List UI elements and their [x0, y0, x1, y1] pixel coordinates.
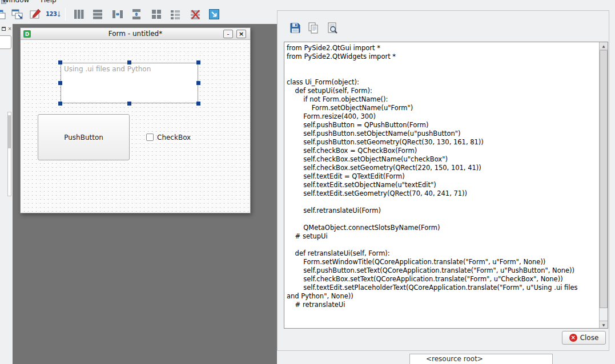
lay-out-vertically-icon[interactable] [90, 6, 105, 22]
widget-box-scrollbar[interactable] [7, 112, 11, 196]
code-line: from PySide2.QtGui import * [287, 44, 599, 52]
resource-root-item[interactable]: <resource root> [426, 355, 483, 363]
qt-designer-screen: Window Help 123 [0, 0, 615, 364]
widget-filter-input[interactable] [0, 35, 11, 49]
form-window-icon: D [23, 30, 31, 38]
resource-browser-panel: <resource root> [409, 354, 553, 364]
code-line: def setupUi(self, Form): [287, 87, 599, 95]
form-window-titlebar[interactable]: D Form - untitled* - × [21, 28, 250, 40]
lay-out-horizontally-in-splitter-icon[interactable] [110, 6, 125, 22]
selection-handle-bottom-left[interactable] [58, 102, 62, 106]
code-line: # setupUi [287, 232, 599, 241]
code-line: if not Form.objectName(): [287, 95, 599, 104]
view-code-dialog: from PySide2.QtGui import *from PySide2.… [277, 10, 609, 351]
adjust-size-icon[interactable] [206, 6, 222, 22]
pushbutton-label: PushButton [64, 134, 103, 141]
code-line: self.retranslateUi(Form) [287, 207, 599, 215]
code-line: QMetaObject.connectSlotsByName(Form) [287, 224, 599, 232]
selection-handle-mid-right[interactable] [196, 81, 200, 85]
code-line: self.textEdit.setObjectName(u"textEdit") [287, 181, 599, 189]
textedit-widget[interactable]: Using .ui files and Python [61, 63, 198, 103]
selection-handle-top-left[interactable] [58, 60, 62, 64]
checkbox-label: CheckBox [157, 134, 191, 141]
menu-help[interactable]: Help [41, 0, 56, 4]
widget-box-dock: × [0, 24, 13, 364]
code-line: self.pushButton.setText(QCoreApplication… [287, 266, 599, 275]
main-toolbar: 123 [0, 5, 277, 24]
code-line: def retranslateUi(self, Form): [287, 249, 599, 258]
break-layout-icon[interactable] [187, 6, 203, 22]
lay-out-vertically-in-splitter-icon[interactable] [128, 6, 144, 22]
selection-handle-top-right[interactable] [196, 60, 200, 64]
selection-handle-top-center[interactable] [127, 60, 131, 64]
edit-widgets-icon[interactable] [0, 6, 7, 22]
edit-signals-slots-icon[interactable] [27, 6, 43, 22]
dock-float-icon[interactable] [1, 26, 6, 31]
lay-out-horizontally-icon[interactable] [71, 6, 86, 22]
checkbox-indicator[interactable] [146, 134, 154, 141]
menu-window[interactable]: Window [2, 0, 29, 4]
selection-handle-bottom-right[interactable] [196, 102, 200, 106]
tab-order-glyph: 123 [46, 11, 57, 17]
minimize-button[interactable]: - [223, 30, 233, 38]
code-line: self.pushButton = QPushButton(Form) [287, 121, 599, 130]
code-line: Form.setObjectName(u"Form") [287, 104, 599, 112]
code-line: self.textEdit = QTextEdit(Form) [287, 172, 599, 181]
code-line: self.textEdit.setGeometry(QRect(70, 40, … [287, 189, 599, 198]
code-line: self.checkBox.setGeometry(QRect(220, 150… [287, 164, 599, 172]
dock-float-glyph [2, 27, 6, 31]
find-icon[interactable] [325, 21, 339, 35]
code-line: self.checkBox.setObjectName(u"checkBox") [287, 155, 599, 164]
code-line: and Python", None)) [287, 292, 599, 301]
form-editor-window: D Form - untitled* - × Using .ui files a… [20, 27, 251, 213]
close-window-button[interactable]: × [236, 30, 246, 38]
code-line [287, 198, 599, 207]
toolbar-separator [65, 8, 66, 21]
scrollbar-thumb[interactable] [600, 50, 608, 308]
code-line: Form.setWindowTitle(QCoreApplication.tra… [287, 258, 599, 266]
code-line [287, 70, 599, 78]
selection-handle-bottom-center[interactable] [127, 102, 131, 106]
code-content: from PySide2.QtGui import *from PySide2.… [284, 42, 599, 309]
close-red-icon: × [569, 334, 577, 342]
selection-handle-mid-left[interactable] [58, 81, 62, 85]
close-dialog-button[interactable]: × Close [562, 331, 606, 345]
edit-tab-order-icon[interactable]: 123 [46, 6, 61, 22]
copy-icon[interactable] [307, 21, 320, 35]
close-button-label: Close [580, 334, 599, 342]
code-line: # retranslateUi [287, 301, 599, 309]
code-line: self.checkBox = QCheckBox(Form) [287, 147, 599, 155]
dock-close-icon[interactable]: × [7, 26, 13, 31]
code-line [287, 61, 599, 70]
code-line: from PySide2.QtWidgets import * [287, 52, 599, 61]
form-window-title: Form - untitled* [21, 30, 250, 38]
code-scrollbar[interactable]: ▲ ▼ [599, 42, 608, 328]
save-icon[interactable] [288, 21, 302, 35]
checkbox-widget[interactable]: CheckBox [146, 126, 204, 149]
scroll-down-icon[interactable]: ▼ [600, 321, 608, 328]
widget-box-scrollbar-thumb[interactable] [8, 115, 11, 148]
code-line: class Ui_Form(object): [287, 78, 599, 87]
form-canvas[interactable]: Using .ui files and Python PushButton Ch… [21, 40, 250, 213]
code-line: Form.resize(400, 300) [287, 112, 599, 121]
menubar: Window Help [0, 0, 277, 5]
scroll-up-icon[interactable]: ▲ [600, 42, 608, 50]
code-line: self.checkBox.setText(QCoreApplication.t… [287, 275, 599, 284]
code-viewer[interactable]: from PySide2.QtGui import *from PySide2.… [284, 42, 608, 329]
lay-out-in-a-form-layout-icon[interactable] [167, 6, 183, 22]
code-line [287, 215, 599, 224]
code-line: self.pushButton.setObjectName(u"pushButt… [287, 130, 599, 138]
pushbutton-widget[interactable]: PushButton [38, 114, 130, 160]
code-line: self.textEdit.setPlaceholderText(QCoreAp… [287, 284, 599, 292]
code-line [287, 241, 599, 249]
lay-out-in-a-grid-icon[interactable] [148, 6, 164, 22]
code-line: self.pushButton.setGeometry(QRect(30, 13… [287, 138, 599, 147]
edit-widgets-icon[interactable] [9, 6, 25, 22]
